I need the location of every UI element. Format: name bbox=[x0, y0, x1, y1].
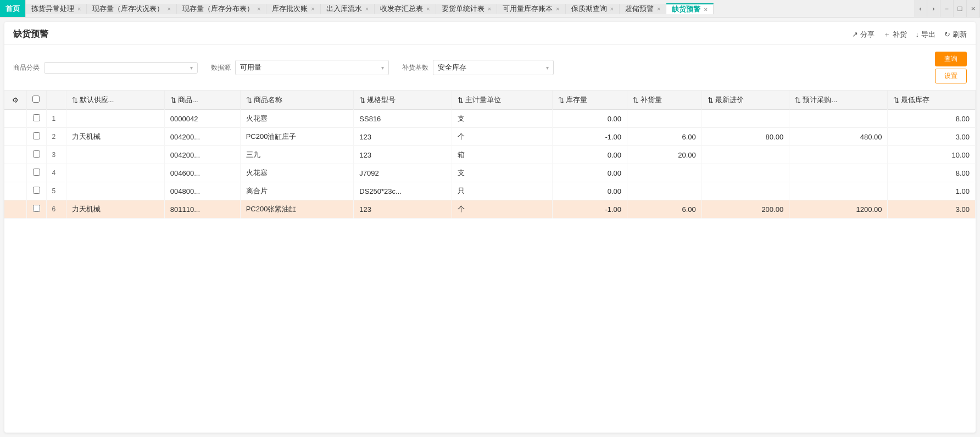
row-latest-price bbox=[701, 164, 789, 182]
tab-scroll-left[interactable]: ‹ bbox=[914, 0, 927, 18]
query-button[interactable]: 查询 bbox=[935, 52, 967, 66]
replenish-base-select[interactable]: 安全库存 ▾ bbox=[433, 60, 554, 75]
row-product-code: 801110... bbox=[164, 200, 240, 218]
row-checkbox-cell[interactable] bbox=[26, 128, 46, 146]
row-checkbox-cell[interactable] bbox=[26, 200, 46, 218]
row-product-name: 火花塞 bbox=[240, 110, 354, 128]
column-spec[interactable]: ⇅规格型号 bbox=[354, 91, 452, 110]
table-header-row: ⚙ ⇅默认供应... ⇅商品... ⇅商品名称 bbox=[4, 91, 976, 110]
column-product-code[interactable]: ⇅商品... bbox=[164, 91, 240, 110]
row-product-code: 004200... bbox=[164, 146, 240, 164]
row-replenish-qty: 20.00 bbox=[627, 146, 702, 164]
replenish-label: 补货 bbox=[893, 30, 907, 40]
tab-close-icon[interactable]: × bbox=[704, 6, 707, 13]
row-min-stock: 10.00 bbox=[888, 146, 976, 164]
tab-7[interactable]: 要货单统计表× bbox=[436, 4, 497, 14]
column-replenish-qty[interactable]: ⇅补货量 bbox=[627, 91, 702, 110]
header-actions: ↗ 分享 ＋ 补货 ↓ 导出 ↻ 刷新 bbox=[852, 30, 967, 40]
table-row[interactable]: 2 力天机械 004200... PC200油缸庄子 123 个 -1.00 6… bbox=[4, 128, 976, 146]
sort-icon: ⇅ bbox=[170, 96, 176, 104]
column-min-stock[interactable]: ⇅最低库存 bbox=[888, 91, 976, 110]
row-number: 1 bbox=[46, 110, 66, 128]
row-checkbox[interactable] bbox=[33, 114, 40, 121]
row-settings-cell bbox=[4, 182, 26, 200]
row-checkbox[interactable] bbox=[33, 187, 40, 194]
table-row[interactable]: 3 004200... 三九 123 箱 0.00 20.00 10.00 bbox=[4, 146, 976, 164]
settings-button[interactable]: 设置 bbox=[935, 69, 967, 83]
column-latest-price[interactable]: ⇅最新进价 bbox=[701, 91, 789, 110]
tab-8[interactable]: 可用量库存账本× bbox=[497, 4, 565, 14]
column-stock-qty[interactable]: ⇅库存量 bbox=[553, 91, 627, 110]
tab-close-icon[interactable]: × bbox=[77, 5, 81, 12]
row-number: 6 bbox=[46, 200, 66, 218]
row-checkbox[interactable] bbox=[33, 150, 40, 158]
row-unit: 支 bbox=[452, 164, 553, 182]
tab-close-icon[interactable]: × bbox=[488, 5, 491, 12]
row-checkbox-cell[interactable] bbox=[26, 110, 46, 128]
sort-icon: ⇅ bbox=[795, 96, 801, 104]
sort-icon: ⇅ bbox=[893, 96, 899, 104]
tab-3[interactable]: 现存量（库存分布表）× bbox=[177, 4, 266, 14]
row-product-name: 三九 bbox=[240, 146, 354, 164]
sort-icon: ⇅ bbox=[72, 96, 78, 104]
tab-6[interactable]: 收发存汇总表× bbox=[375, 4, 436, 14]
tab-home[interactable]: 首页 bbox=[0, 0, 26, 17]
table-row[interactable]: 4 004600... 火花塞 J7092 支 0.00 8.00 bbox=[4, 164, 976, 182]
tab-close-icon[interactable]: × bbox=[657, 5, 660, 12]
tab-2[interactable]: 现存量（库存状况表）× bbox=[87, 4, 176, 14]
row-checkbox-cell[interactable] bbox=[26, 146, 46, 164]
tab-close-icon[interactable]: × bbox=[365, 5, 369, 12]
row-supplier: 力天机械 bbox=[66, 200, 164, 218]
refresh-button[interactable]: ↻ 刷新 bbox=[944, 30, 967, 40]
select-all-checkbox[interactable] bbox=[32, 96, 40, 103]
tab-label: 现存量（库存分布表） bbox=[182, 4, 254, 14]
row-replenish-qty bbox=[627, 164, 702, 182]
row-replenish-qty: 6.00 bbox=[627, 200, 702, 218]
tab-4[interactable]: 库存批次账× bbox=[266, 4, 320, 14]
datasource-label: 数据源 bbox=[211, 63, 231, 72]
column-product-name[interactable]: ⇅商品名称 bbox=[240, 91, 354, 110]
table-row[interactable]: 5 004800... 离合片 DS250*23c... 只 0.00 1.00 bbox=[4, 182, 976, 200]
window-close[interactable]: × bbox=[967, 0, 980, 18]
column-settings[interactable]: ⚙ bbox=[4, 91, 26, 110]
replenish-button[interactable]: ＋ 补货 bbox=[883, 30, 907, 40]
column-unit[interactable]: ⇅主计量单位 bbox=[452, 91, 553, 110]
tab-label: 缺货预警 bbox=[672, 4, 700, 14]
window-maximize[interactable]: □ bbox=[954, 0, 967, 18]
tab-9[interactable]: 保质期查询× bbox=[566, 4, 620, 14]
tab-close-icon[interactable]: × bbox=[311, 5, 314, 12]
column-default-supplier[interactable]: ⇅默认供应... bbox=[66, 91, 164, 110]
column-checkbox bbox=[26, 91, 46, 110]
tab-scroll-right[interactable]: › bbox=[927, 0, 940, 18]
row-est-purchase bbox=[789, 110, 888, 128]
row-product-name: 火花塞 bbox=[240, 164, 354, 182]
row-checkbox-cell[interactable] bbox=[26, 164, 46, 182]
table-row[interactable]: 1 0000042 火花塞 SS816 支 0.00 8.00 bbox=[4, 110, 976, 128]
sort-icon: ⇅ bbox=[246, 96, 252, 104]
table-row[interactable]: 6 力天机械 801110... PC200张紧油缸 123 个 -1.00 6… bbox=[4, 200, 976, 218]
row-checkbox[interactable] bbox=[33, 169, 40, 176]
tab-11[interactable]: 缺货预警× bbox=[666, 3, 713, 14]
tab-close-icon[interactable]: × bbox=[167, 5, 170, 12]
share-button[interactable]: ↗ 分享 bbox=[852, 30, 875, 40]
category-select[interactable]: ▾ bbox=[44, 62, 198, 74]
column-est-purchase[interactable]: ⇅预计采购... bbox=[789, 91, 888, 110]
minimize-icon: － bbox=[943, 4, 950, 14]
row-checkbox[interactable] bbox=[33, 132, 40, 139]
row-latest-price bbox=[701, 110, 789, 128]
tab-5[interactable]: 出入库流水× bbox=[321, 4, 375, 14]
tab-close-icon[interactable]: × bbox=[556, 5, 559, 12]
tab-close-icon[interactable]: × bbox=[257, 5, 260, 12]
datasource-select[interactable]: 可用量 ▾ bbox=[235, 60, 389, 75]
export-button[interactable]: ↓ 导出 bbox=[916, 30, 936, 40]
window-minimize[interactable]: － bbox=[940, 0, 954, 18]
row-stock-qty: -1.00 bbox=[553, 128, 627, 146]
tab-1[interactable]: 拣货异常处理× bbox=[26, 4, 87, 14]
tab-10[interactable]: 超储预警× bbox=[620, 4, 666, 14]
tab-close-icon[interactable]: × bbox=[426, 5, 430, 12]
row-checkbox[interactable] bbox=[33, 205, 40, 212]
row-spec: DS250*23c... bbox=[354, 182, 452, 200]
row-product-name: PC200张紧油缸 bbox=[240, 200, 354, 218]
row-checkbox-cell[interactable] bbox=[26, 182, 46, 200]
tab-close-icon[interactable]: × bbox=[610, 5, 614, 12]
